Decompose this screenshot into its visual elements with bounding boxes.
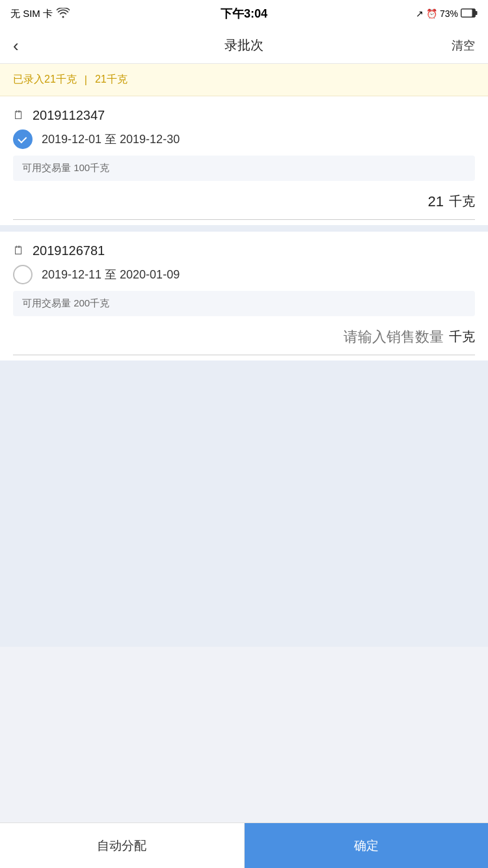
batch-1-row: 2019-12-01 至 2019-12-30 bbox=[0, 127, 488, 156]
batch-1-date: 2019-12-01 至 2019-12-30 bbox=[42, 131, 180, 147]
batch-2-icon: 🗒 bbox=[13, 244, 27, 258]
batch-2-id: 2019126781 bbox=[33, 243, 105, 258]
info-amount: 21千克 bbox=[95, 73, 128, 87]
batch-2-row: 2019-12-11 至 2020-01-09 bbox=[0, 262, 488, 291]
svg-rect-2 bbox=[462, 9, 472, 16]
auto-distribute-button[interactable]: 自动分配 bbox=[0, 823, 245, 868]
recorded-label: 已录入21千克 bbox=[13, 73, 77, 87]
batch-2-quantity-input[interactable] bbox=[262, 329, 444, 346]
footer: 自动分配 确定 bbox=[0, 822, 488, 868]
battery-icon bbox=[461, 8, 478, 20]
batch-2-available: 可用交易量 200千克 bbox=[13, 291, 475, 316]
batch-2-quantity-row: 千克 bbox=[0, 321, 488, 355]
batch-1-header: 🗒 2019112347 bbox=[0, 96, 488, 127]
status-right: ↗ ⏰ 73% bbox=[416, 8, 478, 20]
status-left: 无 SIM 卡 bbox=[10, 8, 70, 20]
batch-1-quantity-row: 千克 bbox=[0, 186, 488, 219]
location-icon: ↗ bbox=[416, 8, 424, 19]
batch-2-bottom-space bbox=[0, 355, 488, 360]
batch-2-unit: 千克 bbox=[449, 328, 475, 346]
svg-rect-1 bbox=[476, 11, 478, 15]
batch-2-date: 2019-12-11 至 2020-01-09 bbox=[42, 267, 180, 282]
batch-2-radio[interactable] bbox=[13, 265, 33, 284]
batch-1-quantity-input[interactable] bbox=[392, 193, 444, 210]
batch-1-radio[interactable] bbox=[13, 129, 33, 149]
batch-1-icon: 🗒 bbox=[13, 109, 27, 123]
batch-1-bottom-space bbox=[0, 220, 488, 225]
batch-1-id: 2019112347 bbox=[33, 108, 105, 123]
batch-card-2: 🗒 2019126781 2019-12-11 至 2020-01-09 可用交… bbox=[0, 232, 488, 360]
card-separator-2 bbox=[0, 360, 488, 367]
wifi-icon bbox=[57, 8, 70, 20]
info-bar: 已录入21千克 | 21千克 bbox=[0, 64, 488, 96]
clear-button[interactable]: 清空 bbox=[452, 38, 475, 53]
bottom-area bbox=[0, 367, 488, 647]
status-bar: 无 SIM 卡 下午3:04 ↗ ⏰ 73% bbox=[0, 0, 488, 27]
alarm-icon: ⏰ bbox=[426, 8, 437, 19]
batch-card-1: 🗒 2019112347 2019-12-01 至 2019-12-30 可用交… bbox=[0, 96, 488, 225]
back-button[interactable]: ‹ bbox=[13, 37, 19, 54]
nav-bar: ‹ 录批次 清空 bbox=[0, 27, 488, 64]
page-title: 录批次 bbox=[224, 36, 264, 54]
card-separator-1 bbox=[0, 225, 488, 232]
batch-1-available: 可用交易量 100千克 bbox=[13, 156, 475, 181]
battery-percent: 73% bbox=[440, 8, 458, 19]
batch-1-unit: 千克 bbox=[449, 193, 475, 210]
batch-2-header: 🗒 2019126781 bbox=[0, 232, 488, 262]
status-time: 下午3:04 bbox=[221, 6, 267, 21]
no-sim-text: 无 SIM 卡 bbox=[10, 8, 53, 20]
info-divider: | bbox=[85, 74, 87, 86]
confirm-button[interactable]: 确定 bbox=[245, 823, 489, 868]
